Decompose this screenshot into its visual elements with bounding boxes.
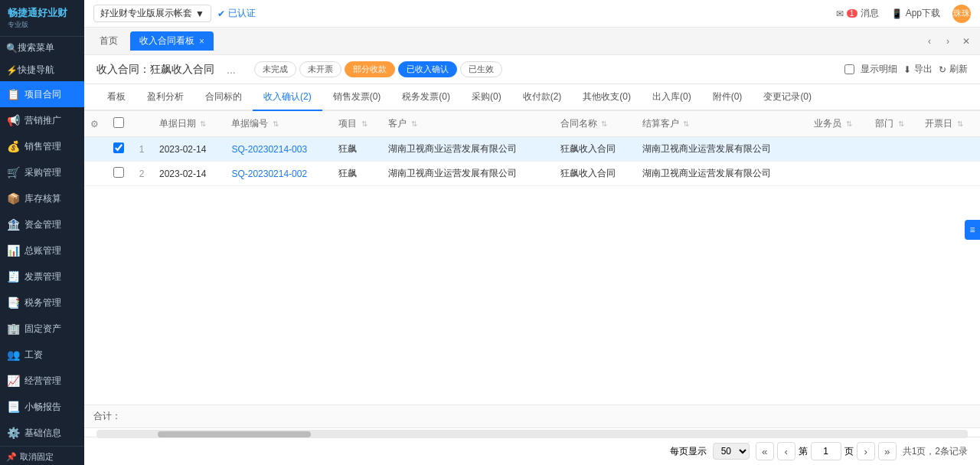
sidebar-item-ops[interactable]: 📈 经营管理	[0, 368, 84, 394]
tab-close-all-button[interactable]: ✕	[959, 34, 974, 49]
content-header: 收入合同：狂飙收入合同 ... 未完成 未开票 部分收款 已收入确认 已生效 显…	[84, 55, 980, 84]
sidebar-item-base[interactable]: ⚙️ 基础信息	[0, 420, 84, 446]
sidebar-item-assets[interactable]: 🏢 固定资产	[0, 316, 84, 342]
status-partial-button[interactable]: 部分收款	[345, 61, 395, 77]
first-page-button[interactable]: «	[756, 442, 774, 460]
tab-next-button[interactable]: ›	[940, 34, 956, 49]
status-buttons: 未完成 未开票 部分收款 已收入确认 已生效	[254, 61, 502, 77]
export-button[interactable]: ⬇ 导出	[903, 63, 933, 76]
tab-close-button[interactable]: ×	[199, 36, 204, 47]
certified-badge: ✔ 已认证	[217, 7, 256, 20]
settle-sort-icon[interactable]: ⇅	[683, 120, 689, 128]
sidebar-search[interactable]: 🔍 搜索菜单	[0, 37, 84, 59]
status-effective-button[interactable]: 已生效	[460, 61, 502, 77]
row1-customer: 湖南卫视商业运营发展有限公司	[382, 137, 554, 162]
sidebar-item-marketing[interactable]: 📢 营销推广	[0, 107, 84, 133]
row1-settings	[84, 137, 107, 162]
page-input[interactable]	[811, 442, 841, 460]
status-uninvoiced-button[interactable]: 未开票	[299, 61, 341, 77]
subtab-revenue-confirm[interactable]: 收入确认(2)	[253, 84, 322, 111]
table-row[interactable]: 1 2023-02-14 SQ-20230214-003 狂飙 湖南卫视商业运营…	[84, 137, 980, 162]
sidebar-quicknav[interactable]: ⚡ 快捷导航	[0, 59, 84, 81]
subtab-profit[interactable]: 盈利分析	[136, 84, 194, 111]
pagination: 每页显示 50 « ‹ 第 页 › » 共1页，2条记录	[84, 437, 980, 465]
sidebar-item-tax[interactable]: 📑 税务管理	[0, 290, 84, 316]
scrollbar-area[interactable]	[84, 427, 980, 437]
message-action[interactable]: ✉ 1 消息	[836, 7, 879, 20]
sidebar-item-general[interactable]: 📊 总账管理	[0, 237, 84, 264]
last-page-button[interactable]: »	[878, 442, 897, 460]
subtab-changes[interactable]: 变更记录(0)	[753, 84, 822, 111]
topbar: 好业财专业版展示帐套 ▼ ✔ 已认证 ✉ 1 消息 📱 App下载 珠珠	[84, 0, 980, 28]
subtab-tax-invoice[interactable]: 税务发票(0)	[391, 84, 461, 111]
row2-code-link[interactable]: SQ-20230214-002	[231, 169, 307, 179]
col-checkbox-header	[107, 111, 130, 137]
salesman-sort-icon[interactable]: ⇅	[846, 120, 852, 128]
page-size-select[interactable]: 50	[713, 443, 750, 460]
sidebar-item-inventory-label: 库存核算	[24, 192, 61, 205]
tab-home[interactable]: 首页	[90, 31, 127, 51]
tab-prev-button[interactable]: ‹	[922, 34, 937, 49]
subtab-other[interactable]: 其他收支(0)	[572, 84, 642, 111]
subtab-sales-invoice[interactable]: 销售发票(0)	[322, 84, 392, 111]
show-detail-toggle[interactable]: 显示明细	[844, 63, 897, 76]
customer-sort-icon[interactable]: ⇅	[411, 120, 417, 128]
floating-action-button[interactable]: ≡	[965, 220, 980, 240]
subtab-board[interactable]: 看板	[96, 84, 136, 111]
code-sort-icon[interactable]: ⇅	[273, 120, 279, 128]
more-button[interactable]: ...	[224, 64, 239, 76]
sidebar-item-inventory[interactable]: 📦 库存核算	[0, 185, 84, 211]
sidebar-item-general-label: 总账管理	[24, 244, 61, 257]
table-row[interactable]: 2 2023-02-14 SQ-20230214-002 狂飙 湖南卫视商业运营…	[84, 162, 980, 186]
row1-select-checkbox[interactable]	[113, 142, 124, 153]
col-num	[130, 111, 153, 137]
select-all-checkbox[interactable]	[113, 117, 124, 128]
company-selector[interactable]: 好业财专业版展示帐套 ▼	[93, 5, 211, 22]
row1-project: 狂飙	[332, 137, 382, 162]
sidebar-item-invoice[interactable]: 🧾 发票管理	[0, 264, 84, 290]
next-page-button[interactable]: ›	[857, 442, 875, 460]
row2-open-date	[919, 162, 980, 186]
app-download-label: App下载	[906, 7, 940, 20]
sidebar-pin-toggle[interactable]: 📌 取消固定	[0, 446, 84, 465]
export-icon: ⬇	[903, 64, 911, 75]
date-sort-icon[interactable]: ⇅	[200, 120, 206, 128]
row2-code: SQ-20230214-002	[225, 162, 332, 186]
sidebar-item-capital[interactable]: 🏦 资金管理	[0, 211, 84, 237]
prev-page-button[interactable]: ‹	[777, 442, 795, 460]
row1-date: 2023-02-14	[153, 137, 225, 162]
tab-income-contract[interactable]: 收入合同看板 ×	[130, 31, 214, 51]
open-date-sort-icon[interactable]: ⇅	[957, 120, 963, 128]
refresh-button[interactable]: ↻ 刷新	[939, 63, 968, 76]
status-confirmed-button[interactable]: 已收入确认	[398, 61, 457, 77]
subtab-warehouse[interactable]: 出入库(0)	[642, 84, 702, 111]
user-action[interactable]: 珠珠	[952, 5, 971, 23]
show-detail-checkbox[interactable]	[844, 64, 854, 74]
sidebar-item-project[interactable]: 📋 项目合同	[0, 81, 84, 107]
sidebar-item-hr[interactable]: 👥 工资	[0, 342, 84, 368]
table-header-row: ⚙ 单据日期 ⇅ 单据编号 ⇅	[84, 111, 980, 137]
col-dept: 部门 ⇅	[869, 111, 919, 137]
row1-code-link[interactable]: SQ-20230214-003	[231, 144, 307, 155]
subtab-attachment[interactable]: 附件(0)	[702, 84, 753, 111]
subtab-purchase[interactable]: 采购(0)	[461, 84, 512, 111]
row1-checkbox	[107, 137, 130, 162]
subtab-payment[interactable]: 收付款(2)	[512, 84, 573, 111]
sidebar-item-purchase[interactable]: 🛒 采购管理	[0, 159, 84, 185]
subtab-contract-subject[interactable]: 合同标的	[194, 84, 253, 111]
page-label: 第	[799, 445, 808, 458]
sidebar-item-sales[interactable]: 💰 销售管理	[0, 133, 84, 159]
contract-sort-icon[interactable]: ⇅	[601, 120, 607, 128]
project-sort-icon[interactable]: ⇅	[361, 120, 368, 128]
dept-sort-icon[interactable]: ⇅	[898, 120, 904, 128]
app-download-action[interactable]: 📱 App下载	[891, 7, 940, 20]
sidebar-item-assets-label: 固定资产	[24, 323, 61, 336]
status-incomplete-button[interactable]: 未完成	[254, 61, 296, 77]
main-table: ⚙ 单据日期 ⇅ 单据编号 ⇅	[84, 111, 980, 186]
ops-icon: 📈	[6, 374, 20, 388]
column-settings-icon[interactable]: ⚙	[90, 119, 99, 129]
table-wrapper: ⚙ 单据日期 ⇅ 单据编号 ⇅	[84, 111, 980, 404]
sidebar-item-report[interactable]: 📃 小畅报告	[0, 394, 84, 420]
tab-label: 收入合同看板	[139, 34, 194, 47]
row2-select-checkbox[interactable]	[113, 167, 124, 178]
